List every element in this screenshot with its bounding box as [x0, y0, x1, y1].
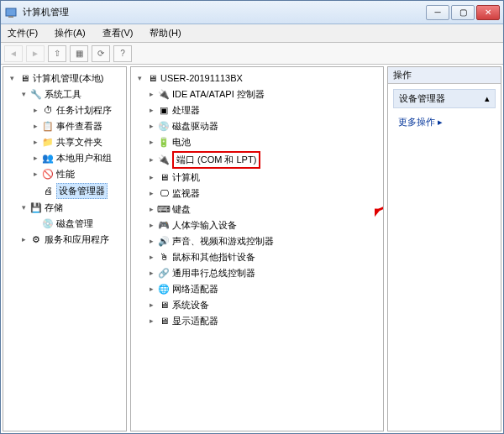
tree-label: 处理器: [172, 103, 200, 118]
tree-label: 鼠标和其他指针设备: [172, 250, 255, 264]
dev-ports[interactable]: ▸🔌端口 (COM 和 LPT): [146, 150, 381, 170]
tree-label: 计算机管理(本地): [33, 71, 103, 86]
up-button[interactable]: ⇧: [48, 45, 66, 62]
expander-icon[interactable]: ▸: [32, 154, 39, 162]
tree-system-tools[interactable]: ▾ 🔧 系统工具: [18, 86, 124, 102]
actions-pane: 操作 设备管理器 ▴ 更多操作 ▸: [387, 66, 501, 431]
display-icon: 🖥: [158, 316, 170, 327]
dev-usb[interactable]: ▸🔗通用串行总线控制器: [146, 265, 381, 281]
expander-icon[interactable]: ▸: [148, 285, 155, 293]
expander-icon[interactable]: ▸: [148, 91, 155, 98]
tree-label: 服务和应用程序: [45, 233, 109, 247]
dev-display[interactable]: ▸🖥显示适配器: [146, 313, 381, 329]
tree-services-apps[interactable]: ▸⚙服务和应用程序: [18, 232, 124, 248]
left-pane: ▾ 🖥 计算机管理(本地) ▾ 🔧 系统工具: [3, 66, 127, 431]
menu-action[interactable]: 操作(A): [51, 25, 89, 41]
expander-icon[interactable]: ▸: [148, 301, 155, 309]
tree-label: 端口 (COM 和 LPT): [172, 151, 260, 169]
tree-task-scheduler[interactable]: ▸⏱任务计划程序: [30, 102, 124, 118]
expander-icon[interactable]: ▾: [136, 75, 144, 82]
expander-icon[interactable]: ▸: [148, 139, 155, 146]
perf-icon: 🚫: [42, 169, 54, 180]
expander-icon[interactable]: ▸: [148, 317, 155, 325]
expander-icon[interactable]: ▸: [148, 156, 155, 164]
ide-icon: 🔌: [158, 89, 170, 101]
expander-icon[interactable]: ▾: [20, 204, 28, 212]
dev-ide[interactable]: ▸🔌IDE ATA/ATAPI 控制器: [146, 86, 381, 102]
users-icon: 👥: [42, 153, 54, 165]
expander-icon[interactable]: ▾: [8, 75, 16, 82]
task-icon: ⏱: [42, 105, 54, 117]
expander-icon[interactable]: ▸: [148, 206, 155, 213]
help-button[interactable]: ?: [113, 45, 132, 62]
mouse-icon: 🖱: [158, 252, 170, 264]
menu-file[interactable]: 文件(F): [4, 25, 41, 41]
more-actions-link[interactable]: 更多操作 ▸: [393, 113, 496, 131]
tree-label: 设备管理器: [56, 183, 108, 199]
expander-icon[interactable]: ▸: [32, 107, 39, 114]
dev-diskdrive[interactable]: ▸💿磁盘驱动器: [146, 118, 381, 134]
disk-icon: 💿: [42, 218, 54, 230]
tree-event-viewer[interactable]: ▸📋事件查看器: [30, 118, 124, 134]
menu-view[interactable]: 查看(V): [99, 25, 137, 41]
maximize-button[interactable]: ▢: [451, 5, 475, 20]
expander-icon[interactable]: ▸: [20, 236, 28, 243]
expander-icon[interactable]: ▸: [148, 107, 155, 114]
refresh-button[interactable]: ⟳: [92, 45, 110, 62]
tree-label: 键盘: [172, 202, 191, 217]
diskdrive-icon: 💿: [158, 121, 170, 133]
titlebar: 计算机管理 ─ ▢ ✕: [1, 1, 503, 24]
tree-label: 通用串行总线控制器: [172, 266, 255, 280]
tree-label: 性能: [56, 167, 75, 181]
tree-performance[interactable]: ▸🚫性能: [30, 166, 124, 182]
expander-icon[interactable]: ▸: [148, 254, 155, 261]
expander-icon[interactable]: ▾: [20, 91, 28, 98]
actions-section-title[interactable]: 设备管理器 ▴: [393, 89, 496, 108]
expander-icon[interactable]: ▸: [148, 174, 155, 181]
dev-media[interactable]: ▸🔊声音、视频和游戏控制器: [146, 233, 381, 249]
dev-battery[interactable]: ▸🔋电池: [146, 134, 381, 150]
hid-icon: 🎮: [158, 220, 170, 232]
tree-label: 网络适配器: [172, 282, 218, 296]
menu-help[interactable]: 帮助(H): [146, 25, 184, 41]
properties-button[interactable]: ▦: [70, 45, 88, 62]
dev-mouse[interactable]: ▸🖱鼠标和其他指针设备: [146, 249, 381, 265]
dev-computer[interactable]: ▸🖥计算机: [146, 170, 381, 186]
dev-system[interactable]: ▸🖥系统设备: [146, 297, 381, 313]
tree-local-users[interactable]: ▸👥本地用户和组: [30, 150, 124, 166]
expander-icon[interactable]: ▸: [32, 170, 39, 178]
device-root[interactable]: ▾ 🖥 USER-20191113BX: [134, 71, 381, 86]
tree-storage[interactable]: ▾ 💾 存储: [18, 200, 124, 216]
device-tree[interactable]: ▾ 🖥 USER-20191113BX ▸🔌IDE ATA/ATAPI 控制器 …: [131, 67, 383, 332]
window-title: 计算机管理: [23, 6, 426, 18]
expander-icon[interactable]: ▸: [148, 269, 155, 277]
storage-icon: 💾: [30, 202, 42, 214]
close-button[interactable]: ✕: [476, 5, 500, 20]
tree-label: 任务计划程序: [56, 103, 112, 118]
minimize-button[interactable]: ─: [426, 5, 449, 20]
expander-icon[interactable]: ▸: [32, 139, 39, 146]
expander-icon[interactable]: ▸: [148, 222, 155, 229]
dev-keyboard[interactable]: ▸⌨键盘: [146, 201, 381, 217]
collapse-icon[interactable]: ▴: [485, 93, 490, 104]
menubar: 文件(F) 操作(A) 查看(V) 帮助(H): [1, 24, 503, 43]
tree-device-manager[interactable]: 🖨设备管理器: [30, 182, 124, 200]
computer-mgmt-icon: 🖥: [18, 73, 30, 85]
forward-button[interactable]: ►: [26, 45, 45, 62]
tree-label: 系统设备: [172, 298, 209, 312]
dev-hid[interactable]: ▸🎮人体学输入设备: [146, 217, 381, 233]
console-tree[interactable]: ▾ 🖥 计算机管理(本地) ▾ 🔧 系统工具: [3, 67, 126, 251]
expander-icon[interactable]: ▸: [148, 238, 155, 245]
tree-label: 本地用户和组: [56, 151, 112, 165]
back-button[interactable]: ◄: [4, 45, 23, 62]
expander-icon[interactable]: ▸: [148, 190, 155, 197]
expander-icon[interactable]: ▸: [148, 123, 155, 130]
tree-disk-management[interactable]: 💿磁盘管理: [30, 216, 124, 232]
services-icon: ⚙: [30, 234, 42, 246]
dev-cpu[interactable]: ▸▣处理器: [146, 102, 381, 118]
dev-network[interactable]: ▸🌐网络适配器: [146, 281, 381, 297]
tree-root[interactable]: ▾ 🖥 计算机管理(本地): [7, 71, 124, 86]
tree-shared-folders[interactable]: ▸📁共享文件夹: [30, 134, 124, 150]
dev-monitor[interactable]: ▸🖵监视器: [146, 186, 381, 201]
expander-icon[interactable]: ▸: [32, 123, 39, 130]
